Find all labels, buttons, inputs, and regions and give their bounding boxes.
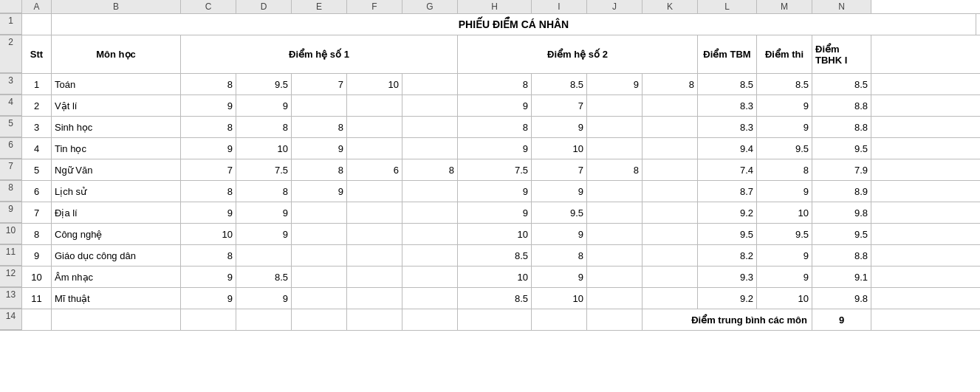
cell-1-A — [22, 14, 52, 35]
cell-5-I: 9 — [532, 117, 587, 137]
cell-5-A: 3 — [22, 117, 52, 137]
cell-11-M: 9 — [757, 245, 812, 266]
cell-4-D: 9 — [236, 95, 292, 116]
cell-9-L: 9.2 — [698, 202, 757, 223]
cell-13-A: 11 — [22, 288, 52, 309]
cell-12-G — [402, 267, 458, 287]
cell-6-C: 9 — [181, 138, 236, 159]
cell-11-I: 8 — [532, 245, 587, 266]
cell-7-G: 8 — [402, 159, 458, 180]
cell-12-F — [347, 267, 402, 287]
row-10: 108Công nghệ1091099.59.59.5 — [0, 224, 980, 245]
cell-8-E: 9 — [292, 181, 347, 202]
col-F: F — [347, 0, 402, 13]
cell-3-M: 8.5 — [757, 74, 812, 94]
cell-11-C: 8 — [181, 245, 236, 266]
cell-14-F — [347, 309, 402, 330]
row-13: 1311Mĩ thuật998.5109.2109.8 — [0, 288, 980, 309]
col-J: J — [587, 0, 643, 13]
header-tbm-text: Điểm TBM — [703, 49, 750, 60]
cell-8-B: Lịch sử — [52, 181, 181, 202]
cell-9-G — [402, 202, 458, 223]
cell-10-B: Công nghệ — [52, 224, 181, 244]
cell-5-L: 8.3 — [698, 117, 757, 137]
cell-9-E — [292, 202, 347, 223]
corner-cell — [0, 0, 22, 13]
cell-13-D: 9 — [236, 288, 292, 309]
col-A: A — [22, 0, 52, 13]
cell-5-J — [587, 117, 643, 137]
cell-12-M: 9 — [757, 267, 812, 287]
cell-11-J — [587, 245, 643, 266]
cell-9-C: 9 — [181, 202, 236, 223]
cell-5-H: 8 — [458, 117, 532, 137]
cell-6-B: Tin học — [52, 138, 181, 159]
col-header-row: A B C D E F G H I J K L M N — [0, 0, 980, 14]
row-9: 97Địa lí9999.59.2109.8 — [0, 202, 980, 224]
cell-13-C: 9 — [181, 288, 236, 309]
cell-14-I — [532, 309, 587, 330]
cell-8-K — [643, 181, 698, 202]
row-num-6: 6 — [0, 138, 22, 159]
header-diem-tbm: Điểm TBM — [698, 35, 757, 73]
cell-12-H: 10 — [458, 267, 532, 287]
cell-12-A: 10 — [22, 267, 52, 287]
cell-7-C: 7 — [181, 159, 236, 180]
cell-7-F: 6 — [347, 159, 402, 180]
cell-10-D: 9 — [236, 224, 292, 244]
cell-11-E — [292, 245, 347, 266]
cell-9-H: 9 — [458, 202, 532, 223]
cell-7-A: 5 — [22, 159, 52, 180]
cell-3-A: 1 — [22, 74, 52, 94]
cell-11-K — [643, 245, 698, 266]
col-E: E — [292, 0, 347, 13]
cell-3-H: 8 — [458, 74, 532, 94]
cell-4-K — [643, 95, 698, 116]
cell-4-J — [587, 95, 643, 116]
col-M: M — [757, 0, 812, 13]
cell-3-L: 8.5 — [698, 74, 757, 94]
cell-3-C: 8 — [181, 74, 236, 94]
cell-7-H: 7.5 — [458, 159, 532, 180]
cell-14-C — [181, 309, 236, 330]
cell-10-K — [643, 224, 698, 244]
cell-9-A: 7 — [22, 202, 52, 223]
cell-5-D: 8 — [236, 117, 292, 137]
header-thi-text: Điểm thi — [765, 49, 803, 60]
cell-7-K — [643, 159, 698, 180]
cell-9-M: 10 — [757, 202, 812, 223]
data-rows: 31Toán89.571088.5988.58.58.542Vật lí9997… — [0, 74, 980, 309]
spreadsheet: A B C D E F G H I J K L M N 1 PHIẾU ĐIỂM… — [0, 0, 980, 331]
cell-13-I: 10 — [532, 288, 587, 309]
col-K: K — [643, 0, 698, 13]
cell-12-C: 9 — [181, 267, 236, 287]
cell-4-N: 8.8 — [812, 95, 871, 116]
cell-8-N: 8.9 — [812, 181, 871, 202]
cell-12-J — [587, 267, 643, 287]
col-D: D — [236, 0, 292, 13]
cell-11-G — [402, 245, 458, 266]
cell-7-D: 7.5 — [236, 159, 292, 180]
cell-10-F — [347, 224, 402, 244]
cell-3-K: 8 — [643, 74, 698, 94]
cell-4-E — [292, 95, 347, 116]
cell-11-A: 9 — [22, 245, 52, 266]
col-G: G — [402, 0, 458, 13]
cell-10-I: 9 — [532, 224, 587, 244]
cell-9-I: 9.5 — [532, 202, 587, 223]
row-num-5: 5 — [0, 117, 22, 137]
cell-12-N: 9.1 — [812, 267, 871, 287]
cell-9-K — [643, 202, 698, 223]
cell-5-C: 8 — [181, 117, 236, 137]
cell-9-J — [587, 202, 643, 223]
cell-11-F — [347, 245, 402, 266]
header-mon-hoc: Môn học — [52, 35, 181, 73]
cell-3-F: 10 — [347, 74, 402, 94]
title-cell: PHIẾU ĐIỂM CÁ NHÂN — [52, 14, 976, 35]
cell-3-J: 9 — [587, 74, 643, 94]
cell-6-E: 9 — [292, 138, 347, 159]
cell-6-A: 4 — [22, 138, 52, 159]
cell-5-F — [347, 117, 402, 137]
cell-13-E — [292, 288, 347, 309]
cell-5-M: 9 — [757, 117, 812, 137]
